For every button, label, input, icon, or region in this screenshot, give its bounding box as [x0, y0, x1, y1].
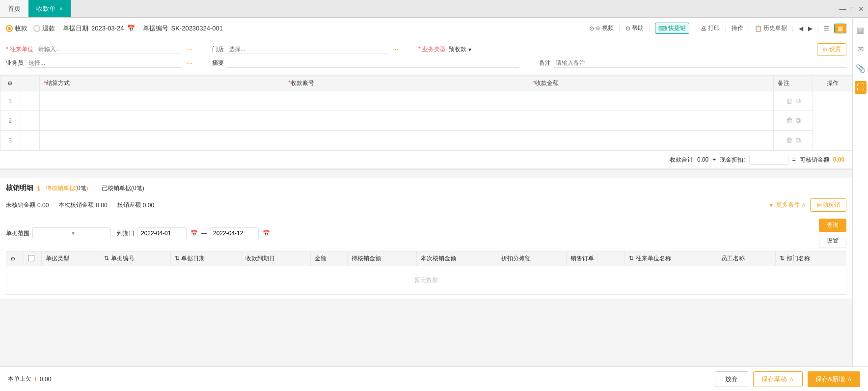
btcol-check[interactable] — [24, 251, 42, 266]
window-maximize[interactable]: □ — [850, 5, 854, 13]
cell-note-1[interactable] — [529, 91, 773, 111]
auto-verify-btn[interactable]: 自动核销 — [810, 198, 846, 212]
cell-note-3[interactable] — [529, 131, 773, 150]
empty-msg: 暂无数据 — [6, 266, 846, 295]
nav-prev[interactable]: ◀ — [799, 25, 803, 32]
window-close[interactable]: ✕ — [858, 5, 864, 13]
save-draft-btn[interactable]: 保存草稿 ∧ — [753, 371, 803, 387]
view-grid[interactable]: ▦ — [834, 24, 846, 33]
filter-right: 查询 设置 — [819, 219, 846, 248]
receipt-type-group: 收款 退款 — [6, 24, 55, 33]
due-date-from-input[interactable] — [137, 227, 187, 239]
rp-table-icon[interactable]: ▦ — [855, 24, 866, 37]
verification-info-icon[interactable]: ℹ — [37, 185, 40, 192]
row-copy-3[interactable]: ⧉ — [796, 136, 801, 144]
print-btn[interactable]: 🖨 打印 — [701, 24, 720, 32]
bottom-table: ⚙ 单据类型 ⇅ 单据编号 ⇅ 单据日期 收款到期日 金额 待核销金额 本次核销… — [6, 251, 846, 295]
more-conditions-btn[interactable]: ▼ 更多条件 ∧ — [768, 201, 806, 209]
table-body: 1 🗑 ⧉ 2 — [0, 91, 852, 150]
toolbar-right: ⊙ ⊙ 视频 | ⊙ 帮助 | ⌨ 快捷键 | 🖨 打印 | 操作 | 📋 历史… — [589, 23, 846, 34]
btcol-gear[interactable]: ⚙ — [6, 251, 24, 266]
nav-next[interactable]: ▶ — [808, 25, 813, 32]
btcol-type: 单据类型 — [42, 251, 100, 266]
cell-settle-2[interactable] — [20, 111, 40, 131]
note-input[interactable] — [554, 58, 846, 68]
video-btn[interactable]: ⊙ ⊙ 视频 — [589, 24, 614, 32]
cell-amount-2[interactable] — [284, 111, 529, 131]
query-btn[interactable]: 查询 — [819, 219, 846, 232]
plus-sign: + — [712, 156, 716, 163]
shop-input[interactable] — [227, 45, 387, 54]
shop-label: 门店 — [212, 45, 224, 54]
tab-receipt-close[interactable]: × — [59, 5, 63, 12]
verify-settings-btn[interactable]: 设置 — [819, 234, 846, 248]
view-list[interactable]: ☰ — [824, 25, 829, 32]
row-copy-1[interactable]: ⧉ — [796, 97, 801, 105]
range-select[interactable]: ▾ — [32, 227, 111, 239]
radio-receipt-dot — [6, 25, 13, 32]
cell-account-2[interactable] — [40, 111, 284, 131]
row-delete-3[interactable]: 🗑 — [786, 136, 793, 144]
cell-amount-1[interactable] — [284, 91, 529, 111]
select-all-check[interactable] — [28, 255, 34, 261]
business-type-label: * 业务类型 — [418, 45, 446, 54]
rp-mail-icon[interactable]: ✉ — [855, 43, 866, 56]
pending-tab[interactable]: 待核销单据(0笔) — [46, 184, 88, 193]
operate-btn[interactable]: 操作 — [732, 24, 743, 32]
business-type-field: * 业务类型 预收款 ▾ — [418, 45, 585, 54]
btcol-current: 本次核销金额 — [417, 251, 497, 266]
settings-button[interactable]: ⚙ 设置 — [817, 43, 846, 56]
business-type-select[interactable]: 预收款 ▾ — [449, 45, 471, 54]
main-content: 收款 退款 单据日期 2023-03-24 📅 单据编号 SK-20230324… — [0, 18, 852, 366]
row-copy-2[interactable]: ⧉ — [796, 116, 801, 125]
calendar-icon[interactable]: 📅 — [127, 25, 135, 32]
staff-input[interactable] — [27, 58, 181, 68]
col-gear[interactable]: ⚙ — [0, 76, 20, 91]
shortcut-btn[interactable]: ⌨ 快捷键 — [655, 23, 689, 34]
cell-settle-1[interactable] — [20, 91, 40, 111]
verification-title: 核销明细 — [6, 184, 33, 193]
from-unit-more[interactable]: ··· — [186, 45, 192, 54]
due-date-to-input[interactable] — [210, 227, 259, 239]
help-btn[interactable]: ⊙ 帮助 — [625, 24, 644, 32]
cal-to-icon[interactable]: 📅 — [263, 230, 270, 237]
history-btn[interactable]: 📋 历史单据 — [755, 24, 787, 32]
cell-account-1[interactable] — [40, 91, 284, 111]
cell-amount-3[interactable] — [284, 131, 529, 150]
cal-from-icon[interactable]: 📅 — [190, 230, 198, 237]
shop-more[interactable]: ··· — [392, 45, 399, 54]
btcol-pending: 待核销金额 — [348, 251, 417, 266]
rp-clip-icon[interactable]: 📎 — [854, 62, 868, 75]
current-value: 0.00 — [96, 202, 107, 209]
btcol-from-unit: ⇅ 往来单位名称 — [625, 251, 717, 266]
rp-expand-icon[interactable]: ⛶ — [855, 81, 867, 94]
save-new-btn[interactable]: 保存&新增 ∧ — [808, 371, 860, 387]
summary-input[interactable] — [227, 58, 519, 68]
staff-more[interactable]: ··· — [186, 59, 192, 68]
cell-note-2[interactable] — [529, 111, 773, 131]
done-tab[interactable]: 已核销单据(0笔) — [102, 184, 144, 193]
window-minimize[interactable]: — — [840, 5, 846, 13]
discount-input[interactable] — [749, 155, 788, 165]
tab-receipt[interactable]: 收款单 × — [28, 0, 71, 17]
from-unit-input[interactable] — [36, 45, 181, 54]
tab-home[interactable]: 首页 — [0, 0, 28, 17]
cell-account-3[interactable] — [40, 131, 284, 150]
row-delete-2[interactable]: 🗑 — [786, 116, 793, 125]
tab-home-label: 首页 — [8, 4, 21, 13]
table-row: 1 🗑 ⧉ — [0, 91, 852, 111]
operate-label: 操作 — [732, 24, 743, 32]
radio-refund[interactable]: 退款 — [33, 24, 55, 33]
footer-info-icon[interactable]: ℹ — [34, 376, 37, 383]
radio-receipt[interactable]: 收款 — [6, 24, 27, 33]
section-title: 核销明细 ℹ — [6, 184, 40, 193]
cell-settle-3[interactable] — [20, 131, 40, 150]
staff-label: 业务员 — [6, 59, 24, 67]
abandon-btn[interactable]: 放弃 — [715, 371, 748, 387]
date-sep: — — [201, 230, 207, 237]
col-note: 备注 — [774, 76, 813, 91]
unchecked-amount: 未核销金额 0.00 — [6, 201, 49, 209]
range-select-chevron: ▾ — [72, 230, 107, 237]
row-delete-1[interactable]: 🗑 — [786, 97, 793, 105]
radio-receipt-label: 收款 — [15, 24, 27, 33]
